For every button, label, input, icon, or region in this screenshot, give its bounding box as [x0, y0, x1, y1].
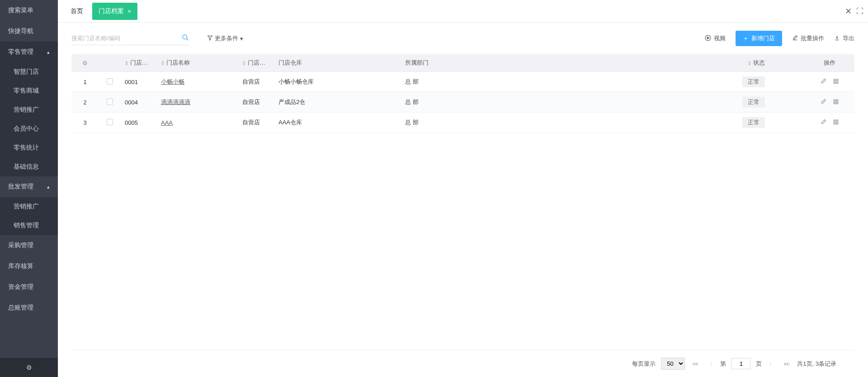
svg-marker-2: [208, 36, 212, 40]
cell-warehouse: 小畅小畅仓库: [275, 72, 401, 92]
row-checkbox[interactable]: [107, 119, 113, 125]
plus-icon: ＋: [743, 34, 749, 42]
row-checkbox[interactable]: [107, 78, 113, 85]
pager: 每页显示 50 ⏮ 〈 第 页 〉 ⏭ 共1页, 3条记录: [71, 350, 854, 377]
table-row: 30005AAA自营店AAA仓库总 部正常: [71, 113, 854, 133]
svg-rect-6: [836, 79, 838, 81]
gear-icon[interactable]: ⚙: [82, 60, 88, 66]
page-input[interactable]: [731, 358, 750, 369]
filter-icon: [207, 35, 213, 42]
search-box: [71, 32, 189, 45]
more-filter-button[interactable]: 更多条件 ▾: [207, 34, 243, 42]
sidebar-item-retail-mall[interactable]: 零售商城: [0, 81, 58, 100]
sidebar-item-member-center[interactable]: 会员中心: [0, 119, 58, 138]
store-name-link[interactable]: 滴滴滴滴滴: [161, 99, 190, 105]
more-icon[interactable]: [833, 99, 839, 106]
store-name-link[interactable]: 小畅小畅: [161, 78, 184, 85]
svg-marker-4: [708, 37, 709, 39]
sidebar: 搜索菜单 快捷导航 零售管理 智慧门店 零售商城 营销推广 会员中心 零售统计 …: [0, 0, 58, 377]
svg-line-1: [186, 38, 188, 40]
sidebar-item-smart-store[interactable]: 智慧门店: [0, 62, 58, 81]
row-index: 3: [71, 113, 99, 133]
svg-rect-16: [836, 123, 838, 124]
cell-code: 0001: [121, 72, 157, 92]
add-store-button[interactable]: ＋ 新增门店: [736, 31, 782, 46]
more-icon[interactable]: [833, 119, 839, 127]
th-status[interactable]: ▲▼状态: [519, 54, 769, 72]
close-all-icon[interactable]: ✕: [845, 6, 852, 16]
page-prev-button[interactable]: 〈: [705, 360, 715, 368]
sidebar-item-purchase-mgmt[interactable]: 采购管理: [0, 235, 58, 256]
sidebar-item-retail-stats[interactable]: 零售统计: [0, 138, 58, 157]
edit-icon[interactable]: [820, 119, 826, 127]
sort-icon: ▲▼: [748, 61, 751, 66]
row-checkbox[interactable]: [107, 99, 113, 105]
tab-store-archive[interactable]: 门店档案 ×: [92, 3, 137, 20]
per-page-select[interactable]: 50: [661, 358, 685, 370]
edit-icon[interactable]: [820, 99, 826, 106]
table-wrap: ⚙ ▲▼门店… ▲▼门店名称 ▲▼门店… 门店仓库 所属部门 ▲▼状态 操作 1…: [58, 54, 868, 350]
main: 首页 门店档案 × ✕ ⛶ 更多条件: [58, 0, 868, 377]
sidebar-item-ledger[interactable]: 总账管理: [0, 297, 58, 318]
sidebar-item-retail-mgmt[interactable]: 零售管理: [0, 42, 58, 62]
svg-rect-12: [836, 102, 838, 104]
toolbar: 更多条件 ▾ 视频 ＋ 新增门店 批量操作: [58, 23, 868, 54]
svg-rect-8: [836, 82, 838, 84]
svg-rect-9: [834, 99, 835, 101]
sidebar-item-search-menu[interactable]: 搜索菜单: [0, 0, 58, 21]
th-ops: 操作: [805, 54, 854, 72]
status-badge: 正常: [742, 97, 765, 108]
sidebar-item-quicknav[interactable]: 快捷导航: [0, 21, 58, 42]
export-button[interactable]: 导出: [834, 34, 854, 42]
cell-type: 自营店: [239, 72, 275, 92]
export-icon: [834, 35, 840, 42]
close-icon[interactable]: ×: [127, 8, 131, 15]
svg-rect-15: [834, 123, 835, 124]
table-row: 20004滴滴滴滴滴自营店产成品2仓总 部正常: [71, 92, 854, 113]
cell-code: 0005: [121, 113, 157, 133]
store-name-link[interactable]: AAA: [161, 119, 173, 126]
video-button[interactable]: 视频: [705, 34, 726, 42]
sidebar-item-sales-mgmt[interactable]: 销售管理: [0, 216, 58, 235]
search-icon[interactable]: [182, 34, 189, 43]
gear-icon: ⚙: [26, 364, 32, 371]
fullscreen-icon[interactable]: ⛶: [856, 7, 863, 15]
sidebar-item-inventory[interactable]: 库存核算: [0, 256, 58, 277]
sidebar-item-wholesale-mgmt[interactable]: 批发管理: [0, 176, 58, 197]
svg-rect-7: [834, 82, 835, 84]
svg-rect-11: [834, 102, 835, 104]
th-name[interactable]: ▲▼门店名称: [157, 54, 239, 72]
cell-warehouse: AAA仓库: [275, 113, 401, 133]
store-table: ⚙ ▲▼门店… ▲▼门店名称 ▲▼门店… 门店仓库 所属部门 ▲▼状态 操作 1…: [71, 54, 854, 133]
row-index: 1: [71, 72, 99, 92]
cell-dept: 总 部: [401, 92, 519, 113]
th-warehouse: 门店仓库: [275, 54, 401, 72]
page-next-button[interactable]: 〉: [767, 360, 777, 368]
per-page-label: 每页显示: [632, 360, 656, 368]
svg-point-0: [183, 35, 187, 39]
play-icon: [705, 35, 711, 42]
sidebar-item-funds[interactable]: 资金管理: [0, 277, 58, 297]
cell-code: 0004: [121, 92, 157, 113]
tabbar: 首页 门店档案 × ✕ ⛶: [58, 0, 868, 23]
sidebar-item-basic-info[interactable]: 基础信息: [0, 157, 58, 176]
table-row: 10001小畅小畅自营店小畅小畅仓库总 部正常: [71, 72, 854, 92]
sidebar-item-wholesale-marketing[interactable]: 营销推广: [0, 197, 58, 216]
batch-ops-button[interactable]: 批量操作: [792, 34, 824, 42]
pager-summary: 共1页, 3条记录: [797, 360, 836, 368]
page-last-button[interactable]: ⏭: [782, 360, 792, 367]
sort-icon: ▲▼: [161, 61, 165, 66]
search-input[interactable]: [71, 35, 182, 42]
sidebar-settings[interactable]: ⚙: [0, 358, 58, 377]
sort-icon: ▲▼: [242, 61, 246, 66]
cell-type: 自营店: [239, 92, 275, 113]
svg-rect-10: [836, 99, 838, 101]
tab-home[interactable]: 首页: [61, 0, 92, 23]
page-first-button[interactable]: ⏮: [690, 360, 700, 367]
th-code[interactable]: ▲▼门店…: [121, 54, 157, 72]
cell-dept: 总 部: [401, 72, 519, 92]
edit-icon[interactable]: [820, 78, 826, 86]
th-type[interactable]: ▲▼门店…: [239, 54, 275, 72]
more-icon[interactable]: [833, 78, 839, 86]
sidebar-item-marketing[interactable]: 营销推广: [0, 100, 58, 119]
